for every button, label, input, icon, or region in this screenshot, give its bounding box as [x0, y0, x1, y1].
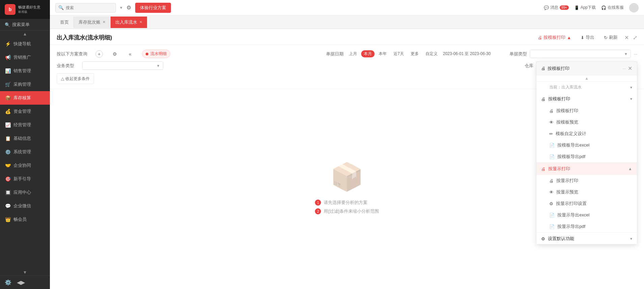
sidebar-scroll-down[interactable]: ▼ [0, 269, 50, 275]
message-action[interactable]: 💬 消息 99+ [544, 5, 569, 10]
topbar-search-box[interactable]: 🔍 [55, 3, 116, 12]
tab-inventory-batch[interactable]: 库存批次账 ✕ [74, 17, 111, 28]
collapse-icon: △ [61, 76, 64, 81]
export-icon: ⬇ [581, 35, 584, 40]
tab-batch-label: 库存批次账 [79, 19, 100, 25]
dropdown-title-text: 按模板打印 [548, 65, 569, 72]
user-avatar[interactable] [629, 3, 639, 12]
panel-close-icon[interactable]: ✕ [624, 34, 629, 41]
sidebar-item-finance[interactable]: 💰 资金管理 [0, 105, 50, 118]
sidebar-item-inventory[interactable]: 📦 库存核算 [0, 91, 50, 105]
display-item-4[interactable]: 📄 按显示导出excel [536, 209, 637, 221]
sidebar-item-member[interactable]: 👑 畅会员 [0, 213, 50, 226]
panel-expand-icon[interactable]: ⤢ [633, 34, 637, 41]
page-actions: 🖨 按模板打印 ▲ ⬇ 导出 ↻ 刷新 ✕ ⤢ [535, 33, 637, 42]
trial-button[interactable]: 体验行业方案 [135, 3, 171, 13]
doc-type-select[interactable]: ▾ [530, 50, 631, 58]
print-template-label: 按模板打印 [544, 34, 565, 41]
template-section-header[interactable]: 🖨 按模板打印 ▾ [536, 93, 637, 105]
item-label: 模板自定义设计 [556, 131, 586, 137]
settings-icon[interactable]: ⚙️ [5, 279, 11, 286]
sidebar-item-enterprise[interactable]: 🤝 企业协同 [0, 159, 50, 172]
filter-settings-icon[interactable]: ⚙ [111, 50, 118, 58]
date-tag-this-year[interactable]: 本年 [376, 50, 389, 57]
sidebar-item-basic[interactable]: 📋 基础信息 [0, 132, 50, 145]
template-item-5[interactable]: 📄 按模板导出pdf [536, 151, 637, 162]
empty-steps: 1 请先选择要分析的方案 2 用[过滤]条件来缩小分析范围 [315, 200, 379, 217]
template-section-arrow: ▾ [630, 97, 632, 101]
doc-type-more-icon[interactable]: ··· [634, 51, 637, 56]
item-label: 按显示打印 [556, 178, 578, 184]
current-arrow-icon: ▾ [630, 85, 632, 90]
page-title: 出入库流水(流水明细) [57, 34, 112, 42]
sidebar-item-purchase[interactable]: 🛒 采购管理 [0, 78, 50, 91]
app-download-action[interactable]: 📱 App下载 [574, 5, 596, 10]
sidebar-item-sales[interactable]: 📊 销售管理 [0, 64, 50, 78]
sidebar-item-apps[interactable]: 🔲 应用中心 [0, 186, 50, 199]
template-item-2[interactable]: 👁 按模板预览 [536, 116, 637, 128]
enterprise-icon: 🤝 [5, 162, 11, 168]
tab-inventory-flow[interactable]: 出入库流水 ✕ [111, 17, 147, 28]
display-section-label: 按显示打印 [548, 166, 570, 172]
message-badge: 99+ [560, 5, 569, 10]
sidebar-item-operations[interactable]: 📈 经营管理 [0, 118, 50, 132]
template-section-title: 🖨 按模板打印 [541, 96, 570, 102]
tab-flow-label: 出入库流水 [115, 19, 137, 25]
active-filter-tag[interactable]: 流水明细 [142, 50, 170, 58]
sidebar-search-item[interactable]: 🔍 搜索菜单 [0, 19, 50, 31]
display-section-header[interactable]: 🖨 按显示打印 ▲ [536, 163, 637, 175]
display-item-1[interactable]: 🖨 按显示打印 [536, 175, 637, 186]
d-excel-icon: 📄 [549, 213, 555, 218]
template-item-1[interactable]: 🖨 按模板打印 [536, 105, 637, 116]
sidebar-item-quick-nav[interactable]: ⚡ 快捷导航 [0, 37, 50, 51]
online-support-action[interactable]: 🎧 在线客服 [601, 5, 624, 10]
sidebar-item-label: 快捷导航 [13, 41, 31, 47]
refresh-btn[interactable]: ↻ 刷新 [601, 33, 620, 42]
dropdown-close-icon[interactable]: ✕ [628, 65, 632, 72]
dropdown-more-icon[interactable]: ··· [622, 66, 626, 71]
template-item-3[interactable]: ✏ 模板自定义设计 [536, 128, 637, 139]
filter-collapse-icon[interactable]: « [126, 50, 134, 58]
default-section-header[interactable]: ⚙ 设置默认功能 ▾ [536, 233, 637, 244]
date-tag-7days[interactable]: 近7天 [391, 50, 407, 57]
sidebar-scroll-up[interactable]: ▲ [0, 31, 50, 37]
sidebar: b 畅捷通好生意 标准版 🔍 搜索菜单 ▲ ⚡ 快捷导航 📢 营销推广 📊 销售… [0, 0, 50, 289]
search-input[interactable] [66, 5, 113, 10]
export-btn[interactable]: ⬇ 导出 [578, 33, 597, 42]
date-tag-more[interactable]: 更多 [408, 50, 421, 57]
business-type-select[interactable]: ▾ [82, 61, 163, 70]
finance-icon: 💰 [5, 108, 11, 114]
sidebar-search-label: 搜索菜单 [12, 22, 30, 28]
tab-home[interactable]: 首页 [55, 17, 74, 28]
tab-close-flow[interactable]: ✕ [139, 20, 142, 24]
date-tag-this-month[interactable]: 本月 [361, 50, 375, 57]
sidebar-item-label: 经营管理 [13, 122, 31, 128]
basic-icon: 📋 [5, 135, 11, 141]
tab-home-label: 首页 [60, 19, 69, 25]
display-item-2[interactable]: 👁 按显示预览 [536, 186, 637, 198]
sidebar-item-label: 应用中心 [13, 189, 31, 195]
tab-close-batch[interactable]: ✕ [103, 20, 106, 24]
sidebar-item-marketing[interactable]: 📢 营销推广 [0, 51, 50, 64]
print-template-btn[interactable]: 🖨 按模板打印 ▲ [535, 33, 574, 42]
inventory-icon: 📦 [5, 95, 11, 101]
marketing-icon: 📢 [5, 54, 11, 60]
sidebar-item-wechat[interactable]: 💬 企业微信 [0, 199, 50, 213]
date-tag-last-month[interactable]: 上月 [346, 50, 360, 57]
topbar-gear-icon[interactable]: ⚙ [126, 4, 131, 11]
topbar-actions: 💬 消息 99+ 📱 App下载 🎧 在线客服 [544, 3, 639, 12]
display-item-5[interactable]: 📄 按显示导出pdf [536, 221, 637, 232]
sidebar-item-guide[interactable]: 🎯 新手引导 [0, 172, 50, 186]
collapse-sidebar-icon[interactable]: ◀▶ [17, 279, 25, 286]
search-chevron-icon[interactable]: ▾ [120, 5, 122, 10]
filter-add-button[interactable]: + [95, 50, 103, 58]
date-tag-custom[interactable]: 自定义 [423, 50, 440, 57]
template-item-4[interactable]: 📄 按模板导出excel [536, 139, 637, 151]
empty-illustration: 📦 [330, 161, 364, 193]
display-section-title: 🖨 按显示打印 [541, 166, 570, 172]
d-settings-icon: ⚙ [549, 201, 553, 206]
sidebar-item-system[interactable]: ⚙️ 系统管理 [0, 145, 50, 159]
display-item-3[interactable]: ⚙ 按显示打印设置 [536, 198, 637, 209]
dropdown-scroll-up[interactable]: ▲ [536, 75, 637, 82]
collapse-button[interactable]: △ 收起更多条件 [57, 73, 94, 84]
